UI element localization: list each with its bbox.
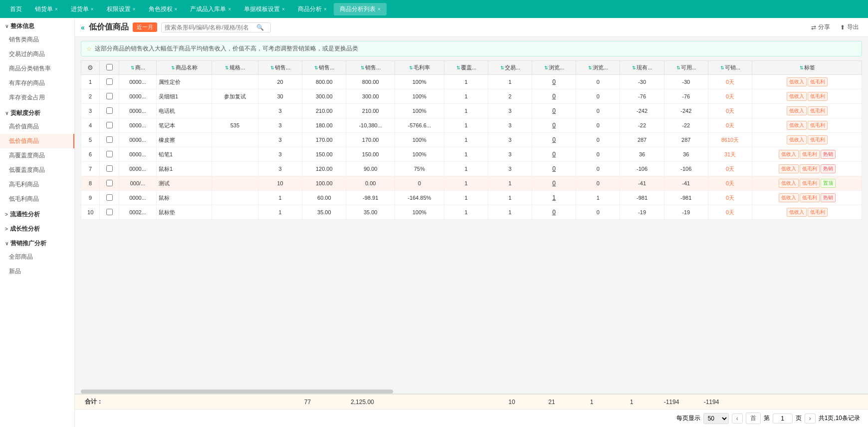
first-page-button[interactable]: ‹ xyxy=(732,414,743,424)
view-cnt-link[interactable]: 1 xyxy=(552,194,556,201)
per-page-select[interactable]: 50 100 200 xyxy=(703,413,729,424)
row-view-cnt[interactable]: 1 xyxy=(532,191,576,205)
nav-close-进货单[interactable]: × xyxy=(91,6,94,12)
col-header-coverage[interactable]: ⇅覆盖... xyxy=(444,61,488,75)
col-header-current_stock[interactable]: ⇅现有... xyxy=(620,61,664,75)
col-header-sale_amt[interactable]: ⇅销售... xyxy=(302,61,346,75)
sidebar-item-商品分类销售率[interactable]: 商品分类销售率 xyxy=(0,61,74,76)
view-cnt-link[interactable]: 0 xyxy=(552,165,556,172)
sidebar-group-整体信息[interactable]: ∨ 整体信息 xyxy=(0,18,74,32)
view-cnt-link[interactable]: 0 xyxy=(552,107,556,114)
view-cnt-link[interactable]: 0 xyxy=(552,136,556,143)
view-cnt-link[interactable]: 0 xyxy=(552,180,556,187)
table-row[interactable]: 50000...橡皮擦3170.00170.00100%130028728786… xyxy=(81,133,862,147)
row-checkbox[interactable] xyxy=(106,78,113,85)
next-page-button[interactable]: › xyxy=(805,414,816,424)
period-button[interactable]: 近一月 xyxy=(133,22,157,32)
nav-item-商品分析列表[interactable]: 商品分析列表× xyxy=(334,3,387,15)
sidebar-item-库存资金占用[interactable]: 库存资金占用 xyxy=(0,90,74,105)
page-input[interactable] xyxy=(773,414,793,424)
table-row[interactable]: 8000/...测试10100.000.0001100-41-410天低收入低毛… xyxy=(81,176,862,191)
nav-item-单据模板设置[interactable]: 单据模板设置× xyxy=(238,3,291,15)
row-checkbox-cell[interactable] xyxy=(100,75,119,89)
nav-close-单据模板设置[interactable]: × xyxy=(282,6,285,12)
sidebar-item-低价值商品[interactable]: 低价值商品 xyxy=(0,134,74,148)
row-checkbox[interactable] xyxy=(106,93,113,99)
col-header-tags[interactable]: ⇅标签 xyxy=(752,61,862,75)
row-checkbox[interactable] xyxy=(106,107,113,114)
sidebar-item-新品[interactable]: 新品 xyxy=(0,264,74,279)
view-cnt-link[interactable]: 0 xyxy=(552,151,556,158)
sidebar-item-低毛利商品[interactable]: 低毛利商品 xyxy=(0,192,74,206)
table-row[interactable]: 10000...属性定价20800.00800.00100%1100-30-30… xyxy=(81,75,862,89)
row-checkbox[interactable] xyxy=(106,194,113,201)
col-header-available_stock[interactable]: ⇅可用... xyxy=(664,61,708,75)
row-checkbox-cell[interactable] xyxy=(100,191,119,205)
nav-item-进货单[interactable]: 进货单× xyxy=(65,3,100,15)
sidebar-item-交易过的商品[interactable]: 交易过的商品 xyxy=(0,47,74,61)
sidebar-item-低覆盖度商品[interactable]: 低覆盖度商品 xyxy=(0,163,74,177)
nav-close-角色授权[interactable]: × xyxy=(175,6,178,12)
view-cnt-link[interactable]: 0 xyxy=(552,209,556,216)
row-checkbox-cell[interactable] xyxy=(100,118,119,133)
row-checkbox[interactable] xyxy=(106,151,113,157)
sidebar-group-成长性分析[interactable]: > 成长性分析 xyxy=(0,221,74,235)
sidebar-group-贡献度分析[interactable]: ∨ 贡献度分析 xyxy=(0,105,74,119)
row-view-cnt[interactable]: 0 xyxy=(532,133,576,147)
sidebar-group-营销推广分析[interactable]: ∨ 营销推广分析 xyxy=(0,235,74,250)
row-checkbox-cell[interactable] xyxy=(100,147,119,162)
row-view-cnt[interactable]: 0 xyxy=(532,147,576,162)
nav-item-销货单[interactable]: 销货单× xyxy=(29,3,64,15)
nav-close-销货单[interactable]: × xyxy=(55,6,58,12)
nav-close-商品分析列表[interactable]: × xyxy=(378,6,381,12)
nav-close-商品分析[interactable]: × xyxy=(324,6,327,12)
nav-item-权限设置[interactable]: 权限设置× xyxy=(101,3,142,15)
row-view-cnt[interactable]: 0 xyxy=(532,162,576,176)
nav-item-首页[interactable]: 首页 xyxy=(4,3,28,15)
col-header-view_cnt[interactable]: ⇅浏览... xyxy=(532,61,576,75)
row-checkbox[interactable] xyxy=(106,209,113,215)
nav-item-角色授权[interactable]: 角色授权× xyxy=(143,3,184,15)
col-header-name[interactable]: ⇅商品名称 xyxy=(157,61,212,75)
view-cnt-link[interactable]: 0 xyxy=(552,122,556,129)
row-view-cnt[interactable]: 0 xyxy=(532,176,576,191)
search-icon[interactable]: 🔍 xyxy=(256,24,264,31)
row-view-cnt[interactable]: 0 xyxy=(532,89,576,104)
sidebar-item-高覆盖度商品[interactable]: 高覆盖度商品 xyxy=(0,148,74,163)
table-container[interactable]: ⚙⇅商...⇅商品名称⇅规格...⇅销售...⇅销售...⇅销售...⇅毛利率⇅… xyxy=(75,60,868,390)
row-checkbox[interactable] xyxy=(106,136,113,143)
col-header-code[interactable]: ⇅商... xyxy=(119,61,157,75)
share-button[interactable]: ⇄ 分享 xyxy=(808,22,833,32)
select-all-checkbox[interactable] xyxy=(106,64,113,70)
table-row[interactable]: 20000...吴细细1参加复试30300.00300.00100%1200-7… xyxy=(81,89,862,104)
col-header-sale_profit[interactable]: ⇅销售... xyxy=(346,61,395,75)
table-row[interactable]: 40000...笔记本5353180.00-10,380...-5766.6..… xyxy=(81,118,862,133)
col-header-trade_cnt[interactable]: ⇅交易... xyxy=(488,61,532,75)
view-cnt-link[interactable]: 0 xyxy=(552,93,556,100)
search-input[interactable] xyxy=(165,24,254,31)
gear-icon[interactable]: ⚙ xyxy=(87,64,93,71)
sidebar-item-高价值商品[interactable]: 高价值商品 xyxy=(0,119,74,134)
row-checkbox-cell[interactable] xyxy=(100,205,119,220)
row-checkbox-cell[interactable] xyxy=(100,162,119,176)
sidebar-item-销售类商品[interactable]: 销售类商品 xyxy=(0,32,74,47)
sidebar-item-有库存的商品[interactable]: 有库存的商品 xyxy=(0,76,74,90)
export-button[interactable]: ⬆ 导出 xyxy=(837,22,862,32)
row-view-cnt[interactable]: 0 xyxy=(532,104,576,118)
nav-item-产成品入库单[interactable]: 产成品入库单× xyxy=(184,3,237,15)
row-checkbox[interactable] xyxy=(106,165,113,172)
table-row[interactable]: 70000...鼠标13120.0090.0075%1300-106-1060天… xyxy=(81,162,862,176)
col-header-saleable_days[interactable]: ⇅可销... xyxy=(708,61,752,75)
row-checkbox-cell[interactable] xyxy=(100,176,119,191)
prev-page-button[interactable]: 首 xyxy=(746,413,761,424)
sidebar-item-全部商品[interactable]: 全部商品 xyxy=(0,250,74,264)
collapse-button[interactable]: « xyxy=(81,23,85,31)
col-header-gear[interactable]: ⚙ xyxy=(81,61,100,75)
col-header-view_cnt2[interactable]: ⇅浏览... xyxy=(576,61,620,75)
table-row[interactable]: 90000...鼠标160.00-98.91-164.85%1111-981-9… xyxy=(81,191,862,205)
footer-scrollbar[interactable] xyxy=(81,390,862,394)
nav-item-商品分析[interactable]: 商品分析× xyxy=(292,3,333,15)
sidebar-item-高毛利商品[interactable]: 高毛利商品 xyxy=(0,177,74,192)
col-header-gross_margin[interactable]: ⇅毛利率 xyxy=(395,61,444,75)
col-header-checkbox[interactable] xyxy=(100,61,119,75)
